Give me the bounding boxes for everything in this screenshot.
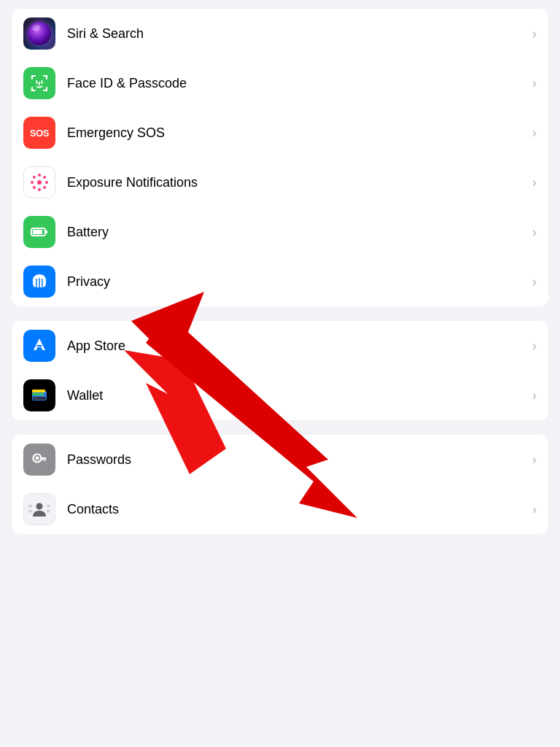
faceid-svg [30,74,49,93]
appstore-icon [23,330,55,362]
svg-rect-21 [32,393,44,395]
sos-chevron-icon: › [532,125,537,141]
svg-rect-13 [33,230,42,234]
settings-group-1: Siri & Search › [12,9,548,306]
passwords-row[interactable]: Passwords › [12,435,548,484]
exposure-icon [23,166,55,198]
exposure-chevron-icon: › [532,175,537,190]
battery-row[interactable]: Battery › [12,207,548,257]
settings-page: Siri & Search › [0,0,560,543]
sos-text: SOS [30,128,49,139]
svg-point-29 [36,503,43,510]
svg-point-3 [37,180,42,185]
wallet-row[interactable]: Wallet › [12,371,548,420]
svg-point-7 [45,181,48,184]
contacts-chevron-icon: › [532,502,537,517]
wallet-svg [29,385,50,406]
passwords-icon [23,444,55,476]
privacy-chevron-icon: › [532,274,537,290]
battery-chevron-icon: › [532,225,537,240]
faceid-label: Face ID & Passcode [67,76,532,91]
privacy-icon [23,266,55,298]
settings-group-3: Passwords › Contac [12,435,548,534]
faceid-chevron-icon: › [532,76,537,91]
svg-rect-33 [47,510,50,513]
settings-group-2: App Store › Wallet › [12,321,548,420]
svg-point-10 [33,186,36,189]
privacy-row[interactable]: Privacy › [12,257,548,306]
wallet-label: Wallet [67,388,532,403]
wallet-chevron-icon: › [532,388,537,403]
svg-rect-28 [42,459,44,460]
sos-label: Emergency SOS [67,125,532,141]
sos-icon: SOS [23,117,55,149]
siri-icon [23,18,55,50]
svg-point-8 [33,176,36,179]
appstore-chevron-icon: › [532,338,537,354]
svg-point-11 [43,186,46,189]
faceid-row[interactable]: Face ID & Passcode › [12,58,548,108]
svg-point-9 [43,176,46,179]
siri-search-label: Siri & Search [67,26,532,42]
svg-rect-14 [45,231,47,233]
contacts-svg [28,498,50,520]
settings-container: Siri & Search › [0,0,560,543]
svg-rect-23 [34,398,38,399]
svg-point-4 [38,174,41,177]
appstore-svg [29,336,50,356]
svg-point-5 [38,188,41,191]
battery-label: Battery [67,225,532,240]
svg-point-25 [36,457,39,460]
appstore-label: App Store [67,338,532,354]
exposure-svg [28,171,51,194]
siri-search-row[interactable]: Siri & Search › [12,9,548,58]
contacts-icon [23,493,55,525]
svg-point-6 [31,181,34,184]
svg-rect-31 [28,510,32,513]
contacts-row[interactable]: Contacts › [12,484,548,534]
svg-rect-32 [47,505,50,508]
wallet-icon [23,379,55,411]
svg-rect-26 [41,457,47,459]
privacy-svg [29,271,50,292]
siri-orb [28,22,51,45]
passwords-label: Passwords [67,452,532,468]
svg-rect-27 [44,459,46,461]
passwords-svg [30,450,49,469]
emergency-sos-row[interactable]: SOS Emergency SOS › [12,108,548,158]
svg-rect-20 [32,390,45,392]
passwords-chevron-icon: › [532,452,537,468]
battery-svg [29,222,50,242]
privacy-label: Privacy [67,274,532,290]
exposure-label: Exposure Notifications [67,175,532,190]
battery-icon [23,216,55,248]
svg-rect-30 [28,505,32,508]
contacts-label: Contacts [67,502,532,517]
faceid-icon [23,67,55,99]
appstore-row[interactable]: App Store › [12,321,548,371]
exposure-notifications-row[interactable]: Exposure Notifications › [12,158,548,207]
siri-chevron-icon: › [532,26,537,42]
